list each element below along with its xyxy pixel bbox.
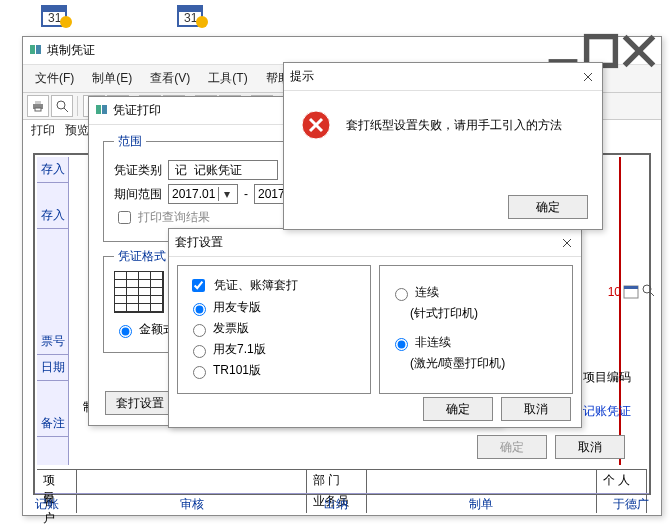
error-icon (300, 109, 332, 141)
toolbar-label-preview: 预览 (65, 122, 89, 139)
page-badge: 10 (608, 283, 655, 300)
calendar-icon: 31 (176, 0, 212, 33)
opt-invoice[interactable] (193, 324, 206, 337)
format-legend: 凭证格式 (114, 248, 170, 265)
msg-text: 套打纸型设置失败，请用手工引入的方法 (346, 117, 562, 134)
period-from[interactable]: 2017.01▾ (168, 184, 238, 204)
opt-tr101[interactable] (193, 366, 206, 379)
svg-rect-8 (30, 45, 35, 54)
ok-button[interactable]: 确定 (508, 195, 588, 219)
menu-tool[interactable]: 工具(T) (204, 69, 251, 88)
leftcol-label: 备注 (37, 411, 68, 437)
type-label: 凭证类别 (114, 162, 162, 179)
status-ok[interactable]: 确定 (477, 435, 547, 459)
opt-noncontinuous-sub: (激光/喷墨打印机) (410, 355, 562, 372)
opt-noncontinuous[interactable] (395, 338, 408, 351)
maximize-button[interactable] (583, 40, 619, 62)
cancel-button[interactable]: 取消 (501, 397, 571, 421)
svg-rect-15 (35, 101, 41, 104)
leftcol-label: 存入 (37, 157, 68, 183)
menu-make[interactable]: 制单(E) (88, 69, 136, 88)
opt-continuous-label: 连续 (415, 284, 439, 301)
header-code: 项目编码 (583, 365, 631, 389)
opt-yonyou[interactable] (193, 303, 206, 316)
opt-yonyou-label: 用友专版 (213, 299, 261, 316)
voucher-book-checkbox[interactable] (192, 279, 205, 292)
cancel-button[interactable]: 取消 (555, 435, 625, 459)
calendar-icon: 31 (40, 0, 76, 33)
svg-rect-30 (102, 105, 107, 114)
opt-invoice-label: 发票版 (213, 320, 249, 337)
opt-continuous-sub: (针式打印机) (410, 305, 562, 322)
footer-maker: 于德广 (613, 496, 649, 511)
svg-rect-16 (35, 108, 41, 111)
leftcol-label: 日期 (37, 355, 68, 381)
svg-point-17 (57, 101, 65, 109)
toolbar-label-print: 打印 (31, 122, 55, 139)
opt-tr101-label: TR101版 (213, 362, 261, 379)
main-title: 填制凭证 (47, 42, 545, 59)
amount-radio[interactable] (119, 325, 132, 338)
page-icon (623, 285, 639, 299)
footer-entry: 记账 (35, 496, 59, 511)
period-label: 期间范围 (114, 186, 162, 203)
set-dialog: 套打设置 凭证、账簿套打 用友专版 发票版 用友7.1版 TR101版 连续 (… (168, 228, 582, 428)
leftcol-label: 存入 (37, 203, 68, 229)
bottom-project: 项 目 (37, 470, 77, 491)
svg-text:31: 31 (184, 11, 198, 25)
footer-make: 制单 (469, 496, 493, 511)
set-dialog-title: 套打设置 (175, 234, 557, 251)
range-legend: 范围 (114, 133, 146, 150)
printer-icon[interactable] (27, 95, 49, 117)
svg-text:31: 31 (48, 11, 62, 25)
leftcol-label: 票号 (37, 329, 68, 355)
close-button[interactable] (621, 40, 657, 62)
svg-rect-29 (96, 105, 101, 114)
opt-yonyou71-label: 用友7.1版 (213, 341, 266, 358)
footer-audit: 审核 (180, 496, 204, 511)
main-titlebar[interactable]: 填制凭证 (23, 37, 661, 65)
svg-rect-26 (624, 286, 638, 289)
bottom-strip: 项 目 部 门 个 人 (37, 469, 647, 491)
voucher-book-label: 凭证、账簿套打 (214, 277, 298, 294)
app-icon (95, 102, 109, 119)
svg-point-7 (196, 16, 208, 28)
footer-cashier: 出纳 (324, 496, 348, 511)
opt-yonyou71[interactable] (193, 345, 206, 358)
bottom-dept: 部 门 (307, 470, 367, 491)
close-button[interactable] (557, 233, 577, 253)
minimize-button[interactable] (545, 40, 581, 62)
footer: 记账 审核 出纳 制单 于德广 (35, 493, 649, 511)
opt-noncontinuous-label: 非连续 (415, 334, 451, 351)
app-icon (29, 42, 43, 59)
svg-rect-9 (36, 45, 41, 54)
svg-point-27 (643, 285, 651, 293)
svg-line-18 (64, 108, 68, 112)
set-right-group: 连续 (针式打印机) 非连续 (激光/喷墨打印机) (379, 265, 573, 394)
set-print-button[interactable]: 套打设置 (105, 391, 175, 415)
ok-button[interactable]: 确定 (423, 397, 493, 421)
sample-table-icon (114, 271, 164, 313)
svg-point-3 (60, 16, 72, 28)
msg-title: 提示 (290, 68, 578, 85)
type-combo[interactable]: 记 记账凭证 (168, 160, 278, 180)
header-record: 记账凭证 (583, 399, 631, 423)
opt-continuous[interactable] (395, 288, 408, 301)
bottom-person: 个 人 (597, 470, 647, 491)
close-button[interactable] (578, 67, 598, 87)
message-box: 提示 套打纸型设置失败，请用手工引入的方法 确定 (283, 62, 603, 230)
menu-view[interactable]: 查看(V) (146, 69, 194, 88)
menu-file[interactable]: 文件(F) (31, 69, 78, 88)
set-left-group: 凭证、账簿套打 用友专版 发票版 用友7.1版 TR101版 (177, 265, 371, 394)
search-mini-icon[interactable] (641, 283, 655, 300)
svg-rect-11 (587, 36, 616, 65)
svg-line-28 (650, 292, 654, 296)
preview-icon[interactable] (51, 95, 73, 117)
print-query-checkbox[interactable] (118, 211, 131, 224)
print-query-label: 打印查询结果 (138, 209, 210, 226)
